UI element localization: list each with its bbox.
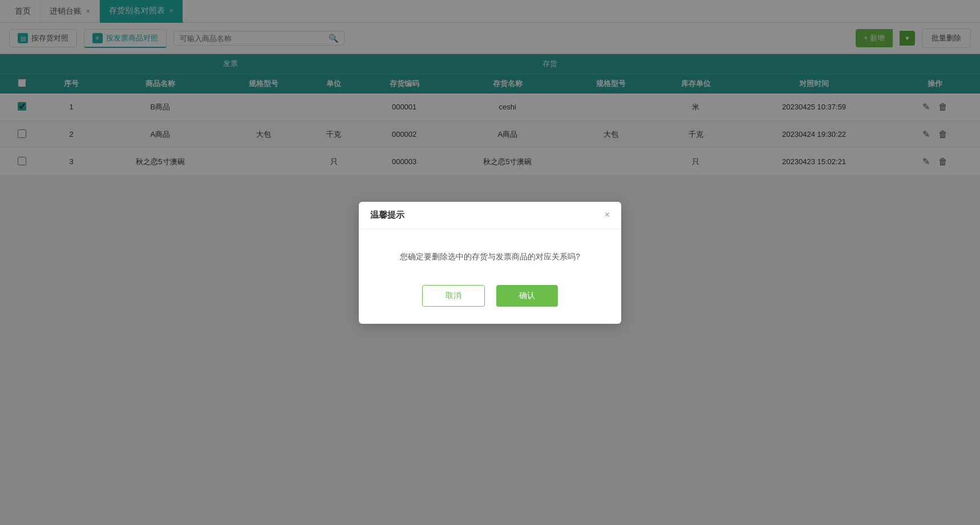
overlay: 温馨提示 × 您确定要删除选中的存货与发票商品的对应关系吗? 取消 确认 bbox=[0, 0, 980, 176]
